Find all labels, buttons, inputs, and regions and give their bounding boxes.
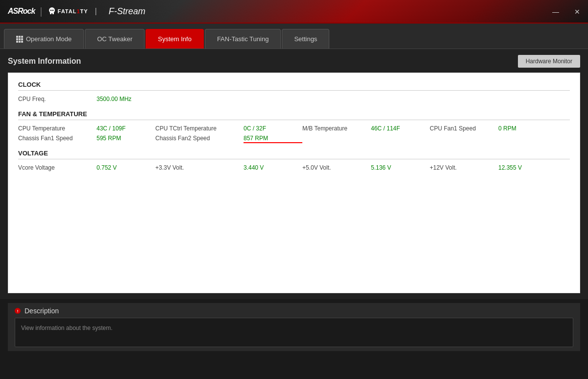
- grid-icon: [16, 36, 23, 43]
- description-icon: !: [15, 308, 21, 314]
- svg-point-4: [52, 10, 53, 11]
- tab-system-info-label: System Info: [158, 35, 192, 43]
- cpu-freq-value: 3500.00 MHz: [97, 96, 155, 102]
- tab-operation-mode[interactable]: Operation Mode: [4, 29, 84, 49]
- v12-label: +12V Volt.: [430, 164, 498, 171]
- hardware-monitor-button[interactable]: Hardware Monitor: [518, 55, 580, 68]
- v50-label: +5.0V Volt.: [302, 164, 371, 171]
- tab-oc-tweaker-label: OC Tweaker: [97, 35, 132, 43]
- voltage-section-label: VOLTAGE: [18, 150, 570, 159]
- section-header: System Information Hardware Monitor: [8, 55, 580, 68]
- chassis-fan1-value: 595 RPM: [97, 135, 155, 142]
- skull-icon: [48, 7, 56, 16]
- title-separator: |: [95, 7, 97, 16]
- logo-separator: |: [40, 6, 42, 17]
- svg-point-3: [50, 10, 51, 11]
- chassis-fan1-label: Chassis Fan1 Speed: [18, 135, 97, 142]
- asrock-logo: ASRock: [8, 7, 35, 16]
- fan-temp-row-1: CPU Temperature 43C / 109F CPU TCtrl Tem…: [18, 125, 570, 132]
- description-header: ! Description: [15, 307, 573, 315]
- navigation-bar: Operation Mode OC Tweaker System Info FA…: [0, 24, 588, 49]
- tab-oc-tweaker[interactable]: OC Tweaker: [85, 29, 145, 49]
- cpu-tctrl-value: 0C / 32F: [244, 125, 302, 132]
- title-bar: ASRock | FATAL1TY | F-Stream — ✕: [0, 0, 588, 24]
- voltage-section: VOLTAGE Vcore Voltage 0.752 V +3.3V Volt…: [18, 150, 570, 171]
- svg-rect-1: [50, 12, 51, 14]
- section-title: System Information: [8, 57, 81, 66]
- description-text: View information about the system.: [21, 325, 113, 331]
- close-button[interactable]: ✕: [566, 0, 588, 24]
- cpu-temp-label: CPU Temperature: [18, 125, 97, 132]
- mb-temp-value: 46C / 114F: [371, 125, 430, 132]
- chassis-fan2-label: Chassis Fan2 Speed: [155, 135, 244, 142]
- v33-value: 3.440 V: [244, 164, 302, 171]
- description-title: Description: [24, 307, 59, 315]
- mb-temp-label: M/B Temperature: [302, 125, 371, 132]
- cpu-freq-row: CPU Freq. 3500.00 MHz: [18, 96, 570, 102]
- v33-label: +3.3V Volt.: [155, 164, 244, 171]
- cpu-tctrl-label: CPU TCtrl Temperature: [155, 125, 244, 132]
- vcore-value: 0.752 V: [97, 164, 155, 171]
- minimize-button[interactable]: —: [545, 0, 566, 24]
- fan-temp-section-label: FAN & TEMPERATURE: [18, 110, 570, 120]
- main-content: System Information Hardware Monitor CLOC…: [0, 49, 588, 299]
- v50-value: 5.136 V: [371, 164, 430, 171]
- tab-fan-tuning-label: FAN-Tastic Tuning: [217, 35, 269, 43]
- cpu-fan1-label: CPU Fan1 Speed: [430, 125, 498, 132]
- clock-section-label: CLOCK: [18, 81, 570, 91]
- description-panel: ! Description View information about the…: [8, 303, 580, 351]
- info-panel: CLOCK CPU Freq. 3500.00 MHz FAN & TEMPER…: [8, 73, 580, 293]
- vcore-label: Vcore Voltage: [18, 164, 97, 171]
- tab-system-info[interactable]: System Info: [146, 29, 204, 49]
- svg-point-0: [49, 7, 55, 13]
- description-box: View information about the system.: [15, 318, 573, 347]
- v12-value: 12.355 V: [498, 164, 557, 171]
- cpu-freq-label: CPU Freq.: [18, 96, 97, 102]
- cpu-fan1-value: 0 RPM: [498, 125, 557, 132]
- fatality-text: FATAL1TY: [58, 8, 88, 14]
- svg-rect-2: [52, 12, 54, 14]
- voltage-row-1: Vcore Voltage 0.752 V +3.3V Volt. 3.440 …: [18, 164, 570, 171]
- window-controls: — ✕: [545, 0, 588, 24]
- clock-section: CLOCK CPU Freq. 3500.00 MHz: [18, 81, 570, 102]
- fan-temp-row-2: Chassis Fan1 Speed 595 RPM Chassis Fan2 …: [18, 135, 570, 142]
- tab-operation-mode-label: Operation Mode: [26, 35, 72, 43]
- fan-temp-section: FAN & TEMPERATURE CPU Temperature 43C / …: [18, 110, 570, 142]
- cpu-temp-value: 43C / 109F: [97, 125, 155, 132]
- fatality-logo: FATAL1TY: [48, 7, 88, 16]
- tab-settings[interactable]: Settings: [282, 29, 329, 49]
- fstream-title: F-Stream: [109, 6, 146, 17]
- tab-fan-tuning[interactable]: FAN-Tastic Tuning: [205, 29, 281, 49]
- chassis-fan2-value: 857 RPM: [244, 135, 302, 142]
- bottom-section: ! Description View information about the…: [0, 299, 588, 355]
- tab-settings-label: Settings: [294, 35, 317, 43]
